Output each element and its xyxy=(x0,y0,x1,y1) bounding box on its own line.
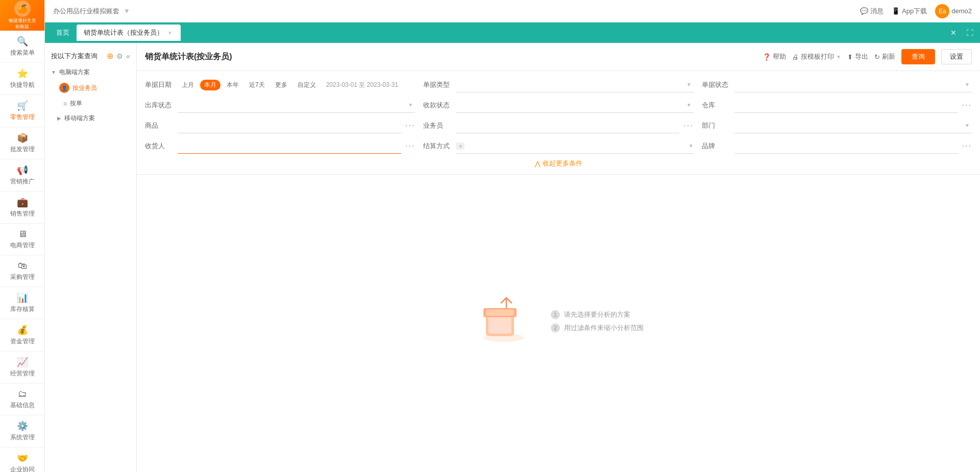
tree-item-by-order[interactable]: ≡ 按单 xyxy=(45,96,136,111)
stock-status-label: 出库状态 xyxy=(145,101,174,110)
tab-close-icon[interactable]: × xyxy=(166,29,174,36)
tree-mobile-scheme[interactable]: ▶ 移动端方案 xyxy=(45,111,136,126)
tab-expand-btn[interactable]: ⛶ xyxy=(964,27,976,39)
product-input[interactable] xyxy=(178,118,401,133)
sidebar: 🍊 畅捷通好生意 标账版 🔍 搜索菜单 ⭐ 快捷导航 🛒 零售管理 📦 批发管理… xyxy=(0,0,45,472)
left-panel-title: 按以下方案查询 xyxy=(51,52,97,61)
receiver-input[interactable] xyxy=(178,138,401,154)
print-icon: 🖨 xyxy=(792,53,799,61)
doc-status-select[interactable] xyxy=(734,77,972,92)
filter-doc-status: 单据状态 ▼ xyxy=(702,77,972,92)
hint-text-2: 用过滤条件来缩小分析范围 xyxy=(564,323,644,333)
warehouse-more-icon[interactable]: ··· xyxy=(962,101,972,110)
date-tag-last-month[interactable]: 上月 xyxy=(178,80,198,90)
product-more-icon[interactable]: ··· xyxy=(405,121,415,130)
add-scheme-icon[interactable]: ⊕ xyxy=(107,51,113,61)
sidebar-item-purchase[interactable]: 🛍 采购管理 xyxy=(0,255,44,287)
sidebar-item-sales[interactable]: 💼 销售管理 xyxy=(0,192,44,224)
sidebar-item-basic-label: 基础信息 xyxy=(10,401,35,410)
doc-type-select[interactable] xyxy=(456,77,693,92)
salesperson-input[interactable] xyxy=(456,118,679,133)
left-panel-header: 按以下方案查询 ⊕ ⚙ « xyxy=(45,47,136,65)
sidebar-item-retail[interactable]: 🛒 零售管理 xyxy=(0,95,44,127)
sidebar-item-wholesale[interactable]: 📦 批发管理 xyxy=(0,127,44,159)
sidebar-item-marketing[interactable]: 📢 营销推广 xyxy=(0,159,44,192)
export-btn[interactable]: ⬆ 导出 xyxy=(847,52,868,61)
payment-status-select[interactable] xyxy=(456,98,693,112)
salesperson-more-icon[interactable]: ··· xyxy=(683,121,693,130)
sidebar-item-system[interactable]: ⚙️ 系统管理 xyxy=(0,415,44,447)
breadcrumb-arrow: ▼ xyxy=(124,7,130,15)
collapse-more-btn[interactable]: ⋀ 收起更多条件 xyxy=(145,159,972,168)
date-tags: 上月 本月 本年 近7天 更多 自定义 xyxy=(178,80,320,90)
app-download-btn[interactable]: 📱 App下载 xyxy=(892,7,927,16)
brand-more-icon[interactable]: ··· xyxy=(962,141,972,151)
finance-icon: 💰 xyxy=(17,324,28,336)
message-label: 消息 xyxy=(870,7,884,16)
help-btn[interactable]: ❓ 帮助 xyxy=(763,52,786,61)
warehouse-input[interactable] xyxy=(734,98,958,113)
date-tag-last-7-days[interactable]: 近7天 xyxy=(245,80,269,90)
sidebar-item-enterprise[interactable]: 🤝 企业协同 xyxy=(0,447,44,472)
query-btn[interactable]: 查询 xyxy=(901,49,935,64)
brand-input[interactable] xyxy=(734,138,958,154)
tab-sales-stat[interactable]: 销货单统计表（按业务员） × xyxy=(77,25,181,41)
tab-close-window-btn[interactable]: ✕ xyxy=(947,27,960,39)
date-tag-more[interactable]: 更多 xyxy=(271,80,291,90)
shortcut-icon: ⭐ xyxy=(17,68,28,79)
sidebar-item-basic[interactable]: 🗂 基础信息 xyxy=(0,384,44,415)
date-tag-this-year[interactable]: 本年 xyxy=(223,80,243,90)
user-profile-btn[interactable]: Ea demo2 xyxy=(935,4,972,18)
tree-pc-scheme[interactable]: ▼ 电脑端方案 xyxy=(45,65,136,80)
setting-btn[interactable]: 设置 xyxy=(941,49,972,64)
doc-type-label: 单据类型 xyxy=(423,80,452,89)
sidebar-item-search[interactable]: 🔍 搜索菜单 xyxy=(0,31,44,63)
download-icon: 📱 xyxy=(892,7,900,15)
empty-hint-1: 1 请先选择要分析的方案 xyxy=(551,310,644,319)
sidebar-item-operation[interactable]: 📈 经营管理 xyxy=(0,351,44,384)
empty-hint-2: 2 用过滤条件来缩小分析范围 xyxy=(551,323,644,333)
filter-warehouse: 仓库 ··· xyxy=(702,98,972,113)
warehouse-label: 仓库 xyxy=(702,101,730,110)
filter-brand: 品牌 ··· xyxy=(702,138,972,154)
date-tag-this-month[interactable]: 本月 xyxy=(200,80,220,90)
active-scheme-icon: 👤 xyxy=(61,85,67,91)
tree-pc-label: 电脑端方案 xyxy=(59,68,90,77)
tree-mobile-arrow: ▶ xyxy=(57,115,61,121)
search-icon: 🔍 xyxy=(17,36,28,47)
department-select[interactable] xyxy=(734,118,972,133)
avatar: Ea xyxy=(935,4,949,18)
settlement-arrow: ▼ xyxy=(689,143,694,149)
export-label: 导出 xyxy=(855,52,868,61)
sidebar-item-shortcut[interactable]: ⭐ 快捷导航 xyxy=(0,63,44,95)
settlement-tag: × xyxy=(456,143,464,150)
filter-row-1: 单据日期 上月 本月 本年 近7天 更多 自定义 2023-03-01 至 20… xyxy=(145,77,972,92)
topbar-left: 办公用品行业模拟账套 ▼ xyxy=(53,7,130,16)
main-area: 办公用品行业模拟账套 ▼ 💬 消息 📱 App下载 Ea demo2 首页 xyxy=(45,0,980,472)
receiver-more-icon[interactable]: ··· xyxy=(405,141,415,151)
sidebar-item-inventory[interactable]: 📊 库存核算 xyxy=(0,287,44,319)
message-btn[interactable]: 💬 消息 xyxy=(860,7,884,16)
stock-status-select[interactable] xyxy=(178,98,415,112)
settings-scheme-icon[interactable]: ⚙ xyxy=(116,52,123,60)
help-label: 帮助 xyxy=(773,52,786,61)
template-print-btn[interactable]: 🖨 按模板打印 ▼ xyxy=(792,52,841,61)
stock-status-select-wrap: ▼ xyxy=(178,98,415,113)
filter-salesperson: 业务员 ··· xyxy=(423,118,693,133)
refresh-btn[interactable]: ↻ 刷新 xyxy=(874,52,895,61)
tab-home[interactable]: 首页 xyxy=(49,25,77,41)
collapse-panel-icon[interactable]: « xyxy=(126,52,130,60)
sidebar-item-search-label: 搜索菜单 xyxy=(10,49,35,57)
sidebar-item-finance[interactable]: 💰 资金管理 xyxy=(0,319,44,351)
filter-settlement: 结算方式 × ▼ xyxy=(423,138,693,154)
settlement-tag-close[interactable]: × xyxy=(459,143,462,149)
sidebar-item-ecommerce-label: 电商管理 xyxy=(10,241,35,250)
filter-area: 单据日期 上月 本月 本年 近7天 更多 自定义 2023-03-01 至 20… xyxy=(137,71,980,175)
tabbar: 首页 销货单统计表（按业务员） × ✕ ⛶ xyxy=(45,22,980,43)
tree-item-by-salesperson[interactable]: 👤 按业务员 xyxy=(45,80,136,96)
payment-status-select-wrap: ▼ xyxy=(456,98,693,113)
sort-icon: ≡ xyxy=(63,100,67,107)
date-tag-custom[interactable]: 自定义 xyxy=(293,80,320,90)
date-range: 2023-03-01 至 2023-03-31 xyxy=(326,81,398,89)
sidebar-item-ecommerce[interactable]: 🖥 电商管理 xyxy=(0,224,44,255)
